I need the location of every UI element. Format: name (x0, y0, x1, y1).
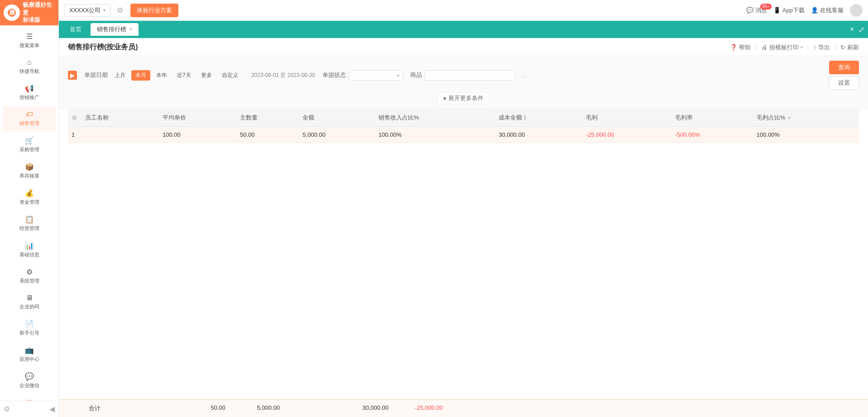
export-button[interactable]: ↑ 导出 (813, 43, 830, 52)
message-icon: 💬 (746, 7, 753, 14)
sidebar-item-guide[interactable]: 📄 新手引导 (3, 315, 56, 341)
enterprise-icon: 🖥 (26, 294, 33, 302)
status-filter-group: 单据状态 ▾ (322, 70, 403, 81)
sidebar-footer: ⚙ ◀ (0, 401, 58, 417)
filter-row-1: ▶ 单据日期 上月 本月 本年 近7天 更多 自定义 2023-06-01 至 … (68, 61, 859, 90)
cost-info-icon[interactable]: ℹ (524, 115, 526, 121)
td-gross: -25,000.00 (582, 127, 671, 143)
tab-close-icon[interactable]: × (129, 26, 132, 33)
sidebar-item-appstore[interactable]: 📺 应用中心 (3, 341, 56, 367)
footer-settings-icon[interactable]: ⚙ (4, 405, 10, 413)
phone-icon: 📱 (773, 7, 781, 14)
date-btn-7days[interactable]: 近7天 (173, 70, 195, 81)
user-avatar[interactable] (850, 4, 863, 17)
message-button[interactable]: 💬 消息 99+ (746, 6, 767, 14)
refresh-icon: ↻ (840, 44, 845, 51)
operations-icon: 📋 (25, 215, 34, 224)
sidebar-item-search[interactable]: ☰ 搜索菜单 (3, 28, 56, 53)
footer-gross: -25,000.00 (415, 404, 443, 411)
sidebar-item-inventory[interactable]: 📦 库存核算 (3, 158, 56, 184)
sidebar-item-basic-info[interactable]: 📊 基础信息 (3, 237, 56, 263)
sidebar-nav: ☰ 搜索菜单 ⌂ 快捷导航 📢 营销推广 🏷 销售管理 🛒 采购管理 📦 库存核… (0, 25, 58, 401)
table-wrapper: ⚙ 员工名称 平均单价 主数量 全额 (59, 109, 868, 399)
sidebar-item-member[interactable]: V 畅会员 (3, 394, 56, 401)
page-content: 销售排行榜(按业务员) ❓ 帮助 | 🖨 按模板打印 ▾ | ↑ 导出 | (59, 38, 868, 417)
main-area: XXXXX公司 ▾ ⚙ 体验行业方案 💬 消息 99+ 📱 App下载 👤 在线… (59, 0, 868, 417)
system-icon: ⚙ (26, 268, 33, 276)
page-header: 销售排行榜(按业务员) ❓ 帮助 | 🖨 按模板打印 ▾ | ↑ 导出 | (59, 38, 868, 56)
footer-collapse-icon[interactable]: ◀ (49, 405, 55, 413)
filter-toggle-icon[interactable]: ▶ (68, 71, 77, 80)
header-gear-icon[interactable]: ⚙ (117, 6, 123, 14)
page-actions: ❓ 帮助 | 🖨 按模板打印 ▾ | ↑ 导出 | ↻ 刷新 (730, 43, 859, 52)
status-select[interactable] (349, 70, 403, 81)
column-settings-icon[interactable]: ⚙ (72, 114, 77, 121)
date-range-display: 2023-06-01 至 2023-06-30 (251, 72, 315, 79)
td-gross-rate: -500.00% (671, 127, 753, 143)
sales-icon: 🏷 (26, 110, 33, 119)
company-chevron-icon: ▾ (103, 8, 106, 13)
expand-row: ▾ 展开更多条件 (68, 90, 859, 104)
status-label: 单据状态 (322, 71, 346, 79)
help-icon: ❓ (730, 44, 737, 51)
help-button[interactable]: ❓ 帮助 (730, 43, 751, 52)
company-selector[interactable]: XXXXX公司 ▾ (64, 4, 110, 17)
sidebar-item-quicknav[interactable]: ⌂ 快捷导航 (3, 54, 56, 79)
basic-info-icon: 📊 (25, 241, 34, 250)
app-name: 畅康通好生意 标准版 (23, 1, 55, 24)
query-button[interactable]: 查询 (829, 61, 859, 74)
logo-icon: 康 (4, 5, 20, 21)
search-menu-icon: ☰ (26, 32, 33, 41)
gross-pct-sort-icon[interactable]: ▼ (787, 115, 791, 120)
date-btn-current-year[interactable]: 本年 (152, 70, 171, 81)
date-btn-custom[interactable]: 自定义 (218, 70, 242, 81)
window-expand-icon[interactable]: ⤢ (858, 25, 864, 34)
sidebar-item-enterprise[interactable]: 🖥 企业协同 (3, 289, 56, 315)
table-row: 1 100.00 50.00 5,000.00 100.00% 30,000.0… (68, 127, 859, 143)
table-header-row: ⚙ 员工名称 平均单价 主数量 全额 (68, 109, 859, 127)
page-title: 销售排行榜(按业务员) (68, 43, 138, 52)
th-qty: 主数量 (236, 109, 299, 127)
service-icon: 👤 (811, 7, 818, 14)
expand-conditions-button[interactable]: ▾ 展开更多条件 (437, 92, 489, 104)
footer-qty: 50.00 (211, 404, 225, 411)
sidebar-item-wechat[interactable]: 💬 企业微信 (3, 368, 56, 393)
sidebar: 康 畅康通好生意 标准版 ☰ 搜索菜单 ⌂ 快捷导航 📢 营销推广 🏷 销售管理… (0, 0, 59, 417)
refresh-button[interactable]: ↻ 刷新 (840, 43, 859, 52)
goods-label: 商品 (410, 71, 422, 79)
th-gross-pct: 毛利占比% ▼ (753, 109, 859, 127)
td-qty: 50.00 (236, 127, 299, 143)
sidebar-item-finance[interactable]: 💰 资金管理 (3, 184, 56, 210)
sidebar-item-sales[interactable]: 🏷 销售管理 (3, 106, 56, 131)
trial-button[interactable]: 体验行业方案 (130, 4, 178, 17)
td-sales-pct: 100.00% (375, 127, 495, 143)
window-close-icon[interactable]: × (850, 25, 854, 34)
sidebar-item-purchase[interactable]: 🛒 采购管理 (3, 132, 56, 158)
sidebar-item-operations[interactable]: 📋 经营管理 (3, 211, 56, 236)
sales-ranking-table: ⚙ 员工名称 平均单价 主数量 全额 (68, 109, 859, 143)
th-settings[interactable]: ⚙ (68, 109, 82, 127)
th-gross-rate: 毛利率 (671, 109, 753, 127)
date-btn-more[interactable]: 更多 (197, 70, 216, 81)
expand-chevron-icon: ▾ (443, 95, 446, 102)
settings-button[interactable]: 设置 (829, 76, 859, 90)
th-name: 员工名称 (82, 109, 159, 127)
tab-home[interactable]: 首页 (62, 21, 89, 38)
online-service-button[interactable]: 👤 在线客服 (811, 6, 844, 14)
sidebar-item-marketing[interactable]: 📢 营销推广 (3, 80, 56, 105)
goods-input[interactable] (425, 70, 515, 81)
marketing-icon: 📢 (25, 84, 34, 93)
tab-sales-ranking[interactable]: 销售排行榜 × (91, 23, 139, 36)
date-btn-current-month[interactable]: 本月 (131, 70, 150, 81)
app-download-button[interactable]: 📱 App下载 (773, 6, 805, 14)
td-gross-pct: 100.00% (753, 127, 859, 143)
sidebar-item-system[interactable]: ⚙ 系统管理 (3, 263, 56, 289)
date-btn-prev-month[interactable]: 上月 (110, 70, 129, 81)
finance-icon: 💰 (25, 189, 34, 197)
filter-right-actions: 查询 设置 (829, 61, 859, 90)
goods-more-icon[interactable]: ... (518, 71, 528, 79)
td-amount: 5,000.00 (299, 127, 375, 143)
print-button[interactable]: 🖨 按模板打印 ▾ (762, 43, 803, 52)
td-avg-price: 100.00 (159, 127, 236, 143)
td-index: 1 (68, 127, 82, 143)
